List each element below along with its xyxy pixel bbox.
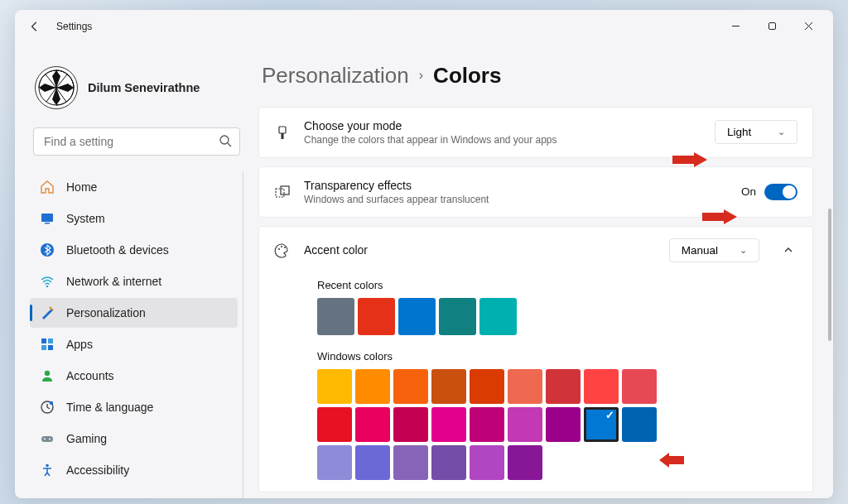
svg-rect-27 — [281, 186, 289, 194]
sidebar-item-apps[interactable]: Apps — [30, 329, 238, 359]
windows-color-swatch[interactable] — [508, 369, 542, 404]
windows-color-swatch[interactable] — [431, 445, 466, 480]
breadcrumb-parent[interactable]: Personalization — [262, 63, 409, 89]
nav-label: Personalization — [66, 306, 146, 319]
windows-color-swatch[interactable] — [508, 445, 542, 480]
windows-color-swatch[interactable] — [470, 407, 504, 442]
windows-color-swatch[interactable] — [508, 407, 542, 442]
accessibility-icon — [40, 463, 55, 478]
home-icon — [40, 180, 55, 194]
breadcrumb: Personalization › Colors — [262, 63, 813, 89]
sidebar-item-accessibility[interactable]: Accessibility — [30, 455, 238, 485]
accent-mode-dropdown[interactable]: Manual ⌄ — [669, 238, 759, 262]
windows-color-swatch[interactable] — [584, 407, 619, 442]
choose-mode-text: Choose your mode Change the colors that … — [304, 119, 701, 146]
transparency-toggle[interactable] — [764, 184, 797, 200]
nav-label: Time & language — [66, 401, 153, 414]
gaming-icon — [40, 431, 55, 446]
app-title: Settings — [56, 21, 92, 32]
avatar — [35, 66, 78, 109]
sidebar-item-home[interactable]: Home — [30, 172, 238, 202]
windows-color-swatch[interactable] — [355, 369, 390, 404]
transparency-card: Transparency effects Windows and surface… — [258, 166, 813, 218]
transparency-title: Transparency effects — [304, 179, 728, 192]
transparency-icon — [274, 185, 291, 201]
nav-label: Gaming — [66, 432, 107, 445]
recent-color-swatch[interactable] — [317, 298, 354, 335]
chevron-right-icon: › — [419, 68, 423, 83]
windows-color-swatch[interactable] — [622, 369, 657, 404]
windows-color-swatch[interactable] — [546, 369, 581, 404]
sidebar-item-gaming[interactable]: Gaming — [30, 424, 238, 454]
mode-dropdown[interactable]: Light ⌄ — [715, 120, 797, 144]
nav-label: Accessibility — [66, 463, 129, 477]
svg-rect-24 — [279, 127, 286, 133]
accent-collapse-button[interactable] — [779, 241, 797, 259]
search-input[interactable] — [33, 127, 240, 156]
recent-color-swatch[interactable] — [439, 298, 476, 335]
recent-color-swatch[interactable] — [358, 298, 395, 335]
accent-mode-value: Manual — [682, 244, 718, 257]
windows-color-swatch[interactable] — [622, 407, 657, 442]
windows-color-swatch[interactable] — [546, 407, 581, 442]
windows-color-swatch[interactable] — [317, 445, 352, 480]
svg-rect-15 — [41, 345, 46, 350]
sidebar-item-bluetooth-devices[interactable]: Bluetooth & devices — [30, 235, 238, 265]
nav-label: Bluetooth & devices — [66, 243, 169, 257]
nav: HomeSystemBluetooth & devicesNetwork & i… — [30, 172, 243, 498]
maximize-button[interactable] — [754, 13, 790, 40]
windows-color-swatch[interactable] — [393, 445, 428, 480]
choose-mode-subtitle: Change the colors that appear in Windows… — [304, 134, 701, 146]
user-row[interactable]: Dilum Senevirathne — [30, 51, 243, 127]
content: Dilum Senevirathne HomeSystemBluetooth &… — [15, 43, 833, 498]
svg-point-23 — [46, 463, 49, 467]
sidebar-item-accounts[interactable]: Accounts — [30, 361, 238, 391]
svg-point-7 — [220, 136, 229, 144]
windows-color-swatch[interactable] — [470, 369, 504, 404]
accent-title: Accent color — [304, 243, 656, 257]
recent-colors-label: Recent colors — [317, 279, 797, 291]
main: Personalization › Colors Choose your mod… — [253, 43, 833, 498]
transparency-toggle-row: On — [741, 184, 797, 200]
windows-color-swatch[interactable] — [431, 407, 466, 442]
svg-rect-16 — [48, 345, 53, 350]
windows-color-swatch[interactable] — [355, 407, 390, 442]
clock-icon — [40, 400, 55, 415]
system-icon — [40, 211, 55, 226]
titlebar-left: Settings — [26, 18, 92, 35]
accent-card: Accent color Manual ⌄ Recent colors Wind… — [258, 226, 813, 492]
svg-point-12 — [46, 285, 49, 287]
settings-window: Settings Dilum Senevirathne — [15, 10, 833, 498]
svg-rect-20 — [41, 436, 53, 442]
svg-point-28 — [278, 248, 280, 250]
chevron-down-icon: ⌄ — [740, 245, 747, 256]
choose-mode-title: Choose your mode — [304, 119, 701, 132]
search-icon — [219, 134, 232, 147]
windows-color-swatch[interactable] — [584, 369, 619, 404]
search-wrap — [33, 127, 240, 156]
window-controls — [717, 13, 826, 40]
sidebar-item-network-internet[interactable]: Network & internet — [30, 266, 238, 296]
sidebar-item-personalization[interactable]: Personalization — [30, 298, 238, 328]
windows-color-swatch[interactable] — [393, 407, 428, 442]
recent-color-swatch[interactable] — [398, 298, 436, 335]
windows-color-swatch[interactable] — [431, 369, 466, 404]
transparency-subtitle: Windows and surfaces appear translucent — [304, 194, 728, 205]
windows-color-swatch[interactable] — [317, 407, 352, 442]
sidebar-item-system[interactable]: System — [30, 204, 238, 233]
minimize-button[interactable] — [717, 13, 754, 40]
windows-color-swatch[interactable] — [317, 369, 352, 404]
windows-color-swatch[interactable] — [355, 445, 390, 480]
scrollbar[interactable] — [828, 209, 831, 490]
user-name: Dilum Senevirathne — [88, 81, 200, 94]
close-button[interactable] — [790, 13, 826, 40]
windows-color-swatch[interactable] — [393, 369, 428, 404]
back-button[interactable] — [26, 18, 43, 35]
windows-color-swatch[interactable] — [470, 445, 504, 480]
svg-rect-14 — [48, 338, 53, 343]
windows-colors-grid — [317, 369, 691, 480]
svg-rect-26 — [276, 189, 284, 197]
sidebar-item-time-language[interactable]: Time & language — [30, 392, 238, 422]
recent-color-swatch[interactable] — [479, 298, 517, 335]
nav-label: Apps — [66, 338, 93, 351]
